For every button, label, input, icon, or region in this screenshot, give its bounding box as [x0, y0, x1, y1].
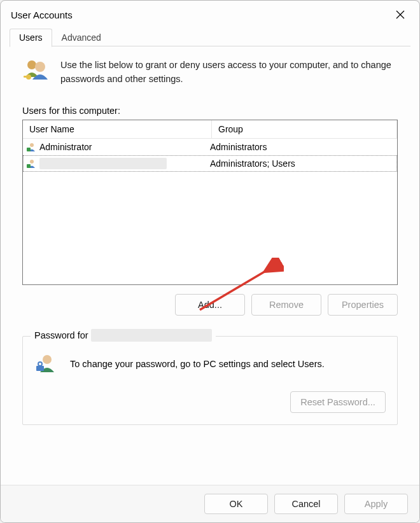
- svg-point-3: [35, 62, 45, 72]
- users-list-label: Users for this computer:: [22, 106, 398, 116]
- ok-button[interactable]: OK: [204, 494, 268, 514]
- column-group[interactable]: Group: [212, 120, 397, 138]
- apply-button: Apply: [344, 494, 408, 514]
- user-icon: [27, 158, 37, 169]
- close-button[interactable]: [390, 4, 410, 25]
- svg-rect-9: [27, 164, 31, 168]
- cell-group: Administrators: [210, 142, 267, 152]
- svg-rect-7: [27, 148, 31, 151]
- user-icon: [27, 142, 37, 152]
- cell-user-name: Administrator: [39, 142, 92, 152]
- users-list[interactable]: User Name Group Administrator Administra…: [22, 120, 398, 285]
- password-group: Password for To change your password, go…: [22, 336, 398, 425]
- add-button[interactable]: Add...: [175, 294, 245, 316]
- dialog-footer: OK Cancel Apply: [1, 485, 419, 522]
- intro-text: Use the list below to grant or deny user…: [60, 58, 398, 87]
- cell-user-name-redacted: [39, 158, 167, 169]
- cell-group: Administrators; Users: [210, 158, 295, 169]
- reset-password-button: Reset Password...: [290, 391, 386, 413]
- svg-point-12: [38, 362, 42, 366]
- list-button-row: Add... Remove Properties: [22, 294, 398, 316]
- list-row[interactable]: Administrator Administrators: [23, 139, 397, 155]
- list-row[interactable]: Administrators; Users: [23, 155, 397, 172]
- password-icon: [34, 352, 59, 376]
- svg-point-10: [43, 355, 52, 364]
- properties-button: Properties: [328, 294, 398, 316]
- column-user-name[interactable]: User Name: [23, 120, 212, 138]
- svg-point-2: [27, 60, 36, 69]
- users-icon: [22, 58, 50, 83]
- password-group-legend: Password for: [31, 329, 216, 342]
- close-icon: [396, 10, 405, 19]
- tab-users[interactable]: Users: [10, 29, 52, 47]
- user-accounts-dialog: User Accounts Users Advanced Use the lis…: [0, 0, 420, 523]
- remove-button: Remove: [251, 294, 321, 316]
- password-legend-prefix: Password for: [34, 330, 88, 340]
- svg-rect-5: [24, 76, 27, 78]
- svg-rect-11: [36, 366, 44, 371]
- password-text: To change your password, go to PC settin…: [70, 359, 325, 369]
- password-legend-user-redacted: [91, 329, 212, 342]
- tab-strip: Users Advanced: [1, 29, 419, 46]
- tab-advanced[interactable]: Advanced: [52, 29, 111, 46]
- intro-row: Use the list below to grant or deny user…: [22, 58, 398, 87]
- titlebar: User Accounts: [1, 1, 419, 29]
- list-header: User Name Group: [23, 120, 397, 139]
- window-title: User Accounts: [11, 10, 73, 20]
- cancel-button[interactable]: Cancel: [274, 494, 338, 514]
- svg-point-6: [30, 143, 34, 147]
- tab-panel-users: Use the list below to grant or deny user…: [1, 46, 419, 425]
- svg-point-8: [30, 160, 34, 164]
